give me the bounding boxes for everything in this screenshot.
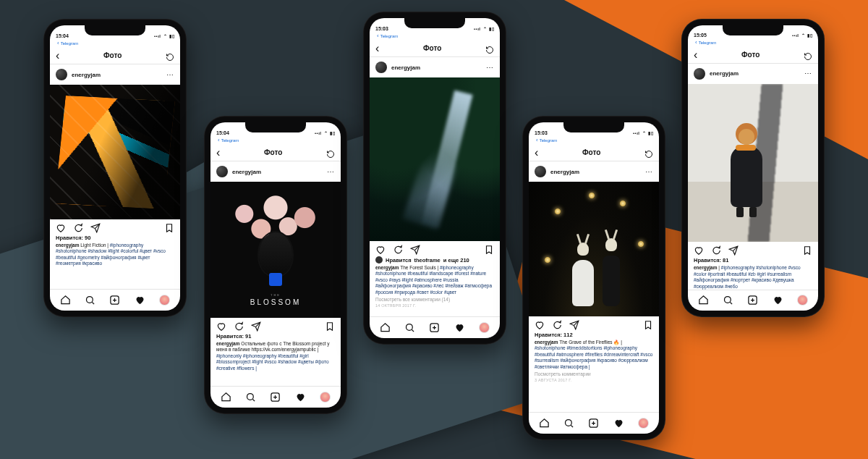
search-tab[interactable]: [85, 295, 95, 306]
like-button[interactable]: [216, 321, 226, 332]
back-button[interactable]: ‹: [694, 49, 697, 61]
view-comments[interactable]: Посмотреть все комментарии (14): [370, 295, 500, 302]
new-post-tab[interactable]: [109, 295, 120, 306]
share-button[interactable]: [569, 320, 579, 330]
back-to-app[interactable]: Telegram: [688, 38, 818, 46]
back-to-app[interactable]: Telegram: [529, 135, 659, 144]
activity-tab[interactable]: [613, 418, 624, 429]
signal-icon: ••ıl: [633, 131, 640, 135]
signal-icon: ••ıl: [154, 34, 161, 38]
back-button[interactable]: ‹: [56, 50, 59, 62]
bookmark-button[interactable]: [325, 321, 335, 332]
bookmark-button[interactable]: [164, 223, 174, 233]
back-button[interactable]: ‹: [535, 147, 538, 159]
share-button[interactable]: [251, 321, 261, 332]
more-options-button[interactable]: ⋯: [645, 168, 653, 176]
home-tab[interactable]: [539, 418, 550, 429]
activity-tab[interactable]: [135, 295, 145, 306]
refresh-button[interactable]: [644, 148, 653, 157]
avatar[interactable]: [375, 62, 387, 73]
home-tab[interactable]: [380, 322, 391, 333]
search-tab[interactable]: [563, 418, 574, 429]
likes-count[interactable]: Нравится theoframe и еще 210: [370, 256, 500, 264]
clock: 15:05: [694, 33, 707, 38]
more-options-button[interactable]: ⋯: [327, 168, 335, 176]
new-post-tab[interactable]: [588, 418, 599, 429]
profile-tab[interactable]: [638, 418, 649, 429]
comment-button[interactable]: [73, 223, 83, 233]
search-tab[interactable]: [245, 392, 256, 403]
profile-tab[interactable]: [479, 322, 490, 333]
new-post-tab[interactable]: [747, 295, 758, 306]
tab-bar: [529, 412, 659, 434]
avatar[interactable]: [694, 68, 705, 80]
home-tab[interactable]: [60, 295, 71, 306]
back-button[interactable]: ‹: [375, 43, 379, 54]
avatar[interactable]: [535, 166, 546, 177]
profile-tab[interactable]: [797, 295, 808, 306]
search-tab[interactable]: [723, 295, 733, 306]
activity-tab[interactable]: [295, 392, 306, 403]
page-title: Фото: [423, 44, 441, 52]
profile-tab[interactable]: [320, 392, 331, 403]
phone-notch: [563, 122, 624, 132]
activity-tab[interactable]: [773, 295, 783, 306]
likes-count[interactable]: Нравится: 91: [210, 333, 341, 340]
view-comments[interactable]: Посмотреть комментарии: [529, 370, 659, 376]
post-image[interactable]: [529, 182, 659, 316]
post-image[interactable]: THEBLOSSOM: [210, 182, 341, 318]
more-options-button[interactable]: ⋯: [166, 71, 174, 79]
refresh-button[interactable]: [326, 148, 335, 157]
post-image[interactable]: [370, 77, 500, 241]
comment-button[interactable]: [711, 245, 721, 256]
phone-notch: [723, 25, 783, 35]
bookmark-button[interactable]: [484, 245, 494, 255]
phone-mockup: 15:05 ••ıl⌃▮▯ Telegram ‹ Фото energyjam …: [681, 19, 825, 317]
profile-tab[interactable]: [159, 295, 170, 306]
post-image[interactable]: [50, 85, 180, 219]
battery-icon: ▮▯: [807, 33, 812, 38]
comment-button[interactable]: [552, 320, 562, 330]
share-button[interactable]: [728, 245, 739, 256]
bookmark-button[interactable]: [802, 245, 812, 256]
avatar[interactable]: [56, 69, 67, 80]
username[interactable]: energyjam: [391, 64, 420, 71]
back-to-app[interactable]: Telegram: [50, 38, 180, 47]
refresh-button[interactable]: [166, 51, 174, 60]
comment-button[interactable]: [234, 321, 244, 332]
like-button[interactable]: [694, 245, 704, 256]
new-post-tab[interactable]: [429, 322, 440, 333]
username[interactable]: energyjam: [232, 169, 261, 175]
username[interactable]: energyjam: [72, 72, 101, 78]
likes-count[interactable]: Нравится: 81: [688, 257, 818, 264]
comment-button[interactable]: [393, 245, 403, 255]
home-tab[interactable]: [221, 392, 231, 403]
back-to-app[interactable]: Telegram: [210, 135, 341, 144]
search-tab[interactable]: [404, 322, 415, 333]
likes-count[interactable]: Нравится: 90: [50, 235, 180, 241]
likes-count[interactable]: Нравится: 112: [529, 332, 659, 338]
bookmark-button[interactable]: [643, 320, 653, 330]
new-post-tab[interactable]: [270, 392, 281, 403]
back-to-app[interactable]: Telegram: [370, 31, 500, 40]
home-tab[interactable]: [698, 295, 709, 306]
activity-tab[interactable]: [454, 322, 465, 333]
clock: 15:04: [56, 33, 69, 38]
avatar[interactable]: [216, 166, 228, 177]
share-button[interactable]: [410, 245, 420, 255]
more-options-button[interactable]: ⋯: [486, 64, 494, 72]
phone-notch: [85, 25, 145, 35]
svg-point-2: [247, 394, 254, 400]
like-button[interactable]: [535, 320, 545, 330]
like-button[interactable]: [375, 245, 386, 255]
username[interactable]: energyjam: [710, 70, 739, 77]
like-button[interactable]: [56, 223, 66, 233]
post-header: energyjam ⋯: [50, 64, 180, 85]
username[interactable]: energyjam: [550, 169, 579, 175]
more-options-button[interactable]: ⋯: [804, 70, 812, 77]
refresh-button[interactable]: [804, 51, 812, 59]
back-button[interactable]: ‹: [216, 147, 220, 159]
refresh-button[interactable]: [485, 44, 494, 53]
post-image[interactable]: [688, 84, 818, 243]
share-button[interactable]: [90, 223, 101, 233]
